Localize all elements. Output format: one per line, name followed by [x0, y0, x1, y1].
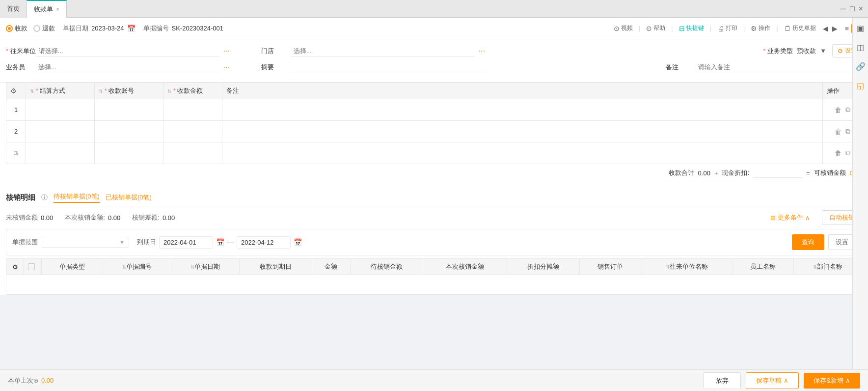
- account-cell-1[interactable]: [95, 99, 163, 121]
- window-min-icon[interactable]: ─: [841, 4, 846, 13]
- sidebar-icon-1[interactable]: ▣: [855, 22, 866, 35]
- form-row-2: 业务员 ··· 摘要 备注: [6, 61, 862, 73]
- print-label: 打印: [726, 24, 737, 32]
- operation-icon: ⚙: [751, 25, 757, 32]
- nav-next-btn[interactable]: ▶: [831, 24, 839, 33]
- filter-settings-button[interactable]: 设置: [828, 234, 856, 250]
- shortcut-btn[interactable]: ⊟ 快捷键: [677, 23, 706, 33]
- remark-cell-2[interactable]: [222, 121, 823, 142]
- bottom-col-checkbox[interactable]: [24, 259, 42, 275]
- copy-icon-1[interactable]: ⧉: [845, 106, 850, 114]
- writeoff-info-icon[interactable]: ⓘ: [41, 193, 48, 202]
- account-cell-3[interactable]: [95, 142, 163, 164]
- counterpart-input[interactable]: [36, 45, 219, 57]
- sidebar-icon-2[interactable]: ◫: [855, 41, 866, 54]
- staff-more-icon[interactable]: ···: [221, 63, 232, 72]
- bill-range-select[interactable]: ▼: [41, 237, 129, 248]
- delete-icon-2[interactable]: 🗑: [835, 128, 841, 136]
- tab-home[interactable]: 首页: [0, 0, 27, 18]
- amount-cell-3[interactable]: [163, 142, 222, 164]
- filter-icon: ⊞: [770, 214, 776, 222]
- unverified-stat: 未核销金额 0.00: [6, 213, 53, 222]
- business-type-dropdown-icon[interactable]: ▼: [820, 47, 826, 55]
- date-to-input[interactable]: [237, 236, 291, 249]
- help-btn[interactable]: ⊙ 帮助: [644, 23, 667, 33]
- bill-type-radio: 收款 退款: [6, 24, 55, 33]
- business-type-field: 业务类型 预收款 ▼ ⚙ 设置: [763, 44, 862, 57]
- delete-icon-3[interactable]: 🗑: [835, 149, 841, 157]
- amount-cell-2[interactable]: [163, 121, 222, 142]
- window-max-icon[interactable]: □: [850, 4, 855, 13]
- radio-collection[interactable]: 收款: [6, 24, 27, 33]
- tab-pending-link[interactable]: 待核销单据(0笔): [54, 192, 100, 203]
- staff-input[interactable]: [35, 61, 219, 73]
- settle-cell-2[interactable]: [26, 121, 95, 142]
- store-input[interactable]: [291, 45, 475, 57]
- date-range-field: 到期日 📅 — 📅: [137, 236, 302, 249]
- tab-close-icon[interactable]: ×: [56, 6, 59, 13]
- copy-icon-3[interactable]: ⧉: [845, 149, 850, 157]
- tab-collection[interactable]: 收款单 ×: [27, 0, 67, 18]
- save-draft-arrow-icon: ∧: [784, 377, 788, 384]
- query-button[interactable]: 查询: [792, 234, 824, 250]
- date-separator: —: [227, 239, 234, 246]
- col-settings-header[interactable]: ⚙: [6, 83, 26, 99]
- bottom-col-staff: 员工名称: [732, 259, 794, 275]
- writeoff-header: 核销明细 ⓘ 待核销单据(0笔) 已核销单据(0笔): [6, 187, 862, 206]
- discount-input[interactable]: [753, 168, 802, 178]
- filter-arrow-icon: ∧: [805, 214, 810, 222]
- video-label: 视频: [621, 24, 633, 32]
- bottom-col-settings[interactable]: ⚙: [6, 259, 24, 275]
- col-amount-header: ⇅ * 收款金额: [163, 83, 222, 99]
- nav-prev-btn[interactable]: ◀: [822, 24, 829, 33]
- account-cell-2[interactable]: [95, 121, 163, 142]
- tab-done-link[interactable]: 已核销单据(0笔): [106, 193, 152, 202]
- bottom-bar: 本单上次⊙ 0.00 放弃 保存草稿 ∧ 保存&新增 ∧: [0, 369, 868, 391]
- col-account-header: ⇅ * 收款账号: [95, 83, 163, 99]
- save-draft-button[interactable]: 保存草稿 ∧: [746, 372, 799, 389]
- bill-no-label: 单据编号: [143, 24, 169, 33]
- writeoff-title: 核销明细: [6, 193, 35, 202]
- right-sidebar: ▣ ◫ 🔗 ◱: [852, 18, 868, 391]
- cal-to-icon[interactable]: 📅: [294, 238, 302, 246]
- delete-icon-1[interactable]: 🗑: [835, 106, 841, 114]
- settle-cell-1[interactable]: [26, 99, 95, 121]
- counterpart-more-icon[interactable]: ···: [221, 47, 232, 56]
- copy-icon-2[interactable]: ⧉: [845, 127, 850, 136]
- cal-from-icon[interactable]: 📅: [216, 238, 224, 246]
- tab-collection-label: 收款单: [34, 5, 53, 14]
- remark-cell-3[interactable]: [222, 142, 823, 164]
- counterpart-field: 往来单位 ···: [6, 45, 232, 57]
- view-list-btn[interactable]: ≡: [842, 24, 851, 33]
- save-new-button[interactable]: 保存&新增 ∧: [804, 373, 860, 389]
- table-area: ⚙ ⇅ * 结算方式 ⇅ * 收款账号 ⇅ * 收款: [0, 83, 868, 164]
- sidebar-icon-4[interactable]: ◱: [855, 79, 866, 92]
- select-all-checkbox[interactable]: [28, 263, 35, 270]
- remark-cell-1[interactable]: [222, 99, 823, 121]
- video-btn[interactable]: ⊙ 视频: [612, 23, 635, 33]
- bottom-col-due-date: 收款到期日: [239, 259, 312, 275]
- history-btn[interactable]: 🗒 历史单据: [782, 23, 818, 33]
- store-more-icon[interactable]: ···: [477, 47, 487, 56]
- save-draft-label: 保存草稿: [756, 376, 782, 385]
- nav-buttons: ◀ ▶: [822, 24, 839, 33]
- bottom-bar-actions: 放弃 保存草稿 ∧ 保存&新增 ∧: [704, 372, 860, 389]
- remark-input[interactable]: [695, 61, 862, 73]
- radio-refund[interactable]: 退款: [33, 24, 55, 33]
- date-from-input[interactable]: [159, 236, 213, 249]
- table-header-row: ⚙ ⇅ * 结算方式 ⇅ * 收款账号 ⇅ * 收款: [6, 83, 862, 99]
- amount-cell-1[interactable]: [163, 99, 222, 121]
- abandon-button[interactable]: 放弃: [704, 372, 741, 389]
- print-btn[interactable]: 🖨 打印: [715, 23, 739, 33]
- more-filter-btn[interactable]: ⊞ 更多条件 ∧: [770, 213, 810, 222]
- settle-cell-3[interactable]: [26, 142, 95, 164]
- sidebar-icon-3[interactable]: 🔗: [854, 60, 868, 73]
- calendar-icon[interactable]: 📅: [127, 25, 136, 32]
- window-close-icon[interactable]: ×: [859, 4, 863, 13]
- operation-btn[interactable]: ⚙ 操作: [749, 23, 772, 33]
- form-row-1: 往来单位 ··· 门店 ··· 业务类型 预收款 ▼ ⚙ 设置: [6, 44, 862, 57]
- summary-input[interactable]: [291, 61, 487, 73]
- table-settings-icon[interactable]: ⚙: [10, 87, 17, 95]
- more-filter-label: 更多条件: [778, 213, 803, 222]
- remark-field: 备注: [666, 61, 862, 73]
